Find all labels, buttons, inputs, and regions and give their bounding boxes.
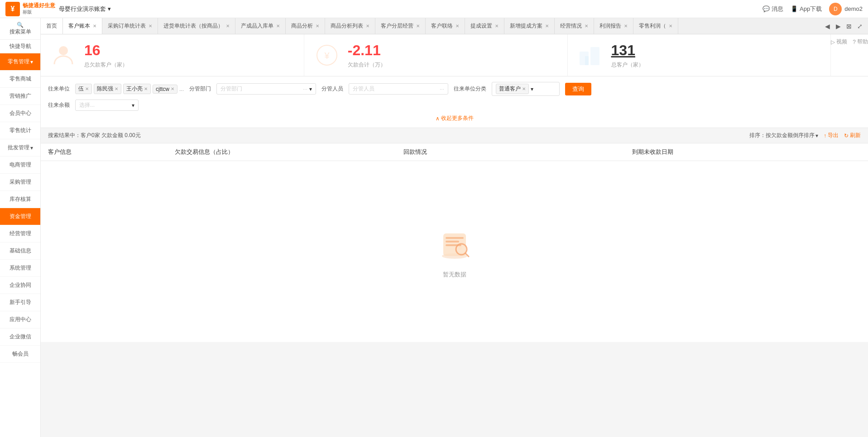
empty-illustration	[434, 224, 475, 265]
sidebar-item-operation[interactable]: 经营管理	[0, 225, 40, 242]
refresh-btn[interactable]: ↻ 刷新	[844, 132, 861, 139]
dept-select[interactable]: 分管部门 ··· ▾	[216, 83, 316, 95]
sidebar-item-new-guide[interactable]: 新手引导	[0, 294, 40, 311]
svg-point-0	[59, 46, 68, 55]
tab-customer-contact[interactable]: 客户联络 ✕	[426, 18, 465, 34]
table-body: 暂无数据	[41, 161, 868, 342]
tab-expand-btn[interactable]: ⊠	[844, 22, 854, 31]
refresh-icon: ↻	[844, 133, 849, 139]
help-btn[interactable]: ? 帮助	[853, 38, 868, 46]
unit-tag-wu: 伍 ✕	[75, 84, 92, 94]
sidebar-item-basic-info[interactable]: 基础信息	[0, 242, 40, 260]
sidebar-item-member-center[interactable]: 会员中心	[0, 105, 40, 122]
sidebar-item-purchase[interactable]: 采购管理	[0, 174, 40, 191]
help-icon: ?	[853, 39, 856, 45]
tab-close-icon[interactable]: ✕	[669, 24, 672, 28]
sort-dropdown-icon: ▾	[815, 133, 818, 139]
sidebar-item-retail-stats[interactable]: 零售统计	[0, 122, 40, 139]
app-download-btn[interactable]: 📱 App下载	[791, 5, 822, 13]
svg-point-13	[458, 246, 462, 250]
sidebar-quick-nav[interactable]: 快捷导航	[0, 40, 40, 53]
user-area[interactable]: D demo2	[829, 3, 863, 15]
sidebar-item-app-center[interactable]: 应用中心	[0, 311, 40, 328]
tab-close-icon[interactable]: ✕	[624, 24, 628, 28]
company-selector[interactable]: 母婴行业演示账套 ▾	[59, 5, 111, 13]
tab-controls: ◀ ▶ ⊠ ⤢	[819, 22, 868, 31]
unit-filter-tags: 伍 ✕ 陈民强 ✕ 王小亮 ✕ cjttcw ✕	[75, 84, 184, 94]
unit-tag-chen-close[interactable]: ✕	[115, 86, 118, 91]
unit-category-label: 往来单位分类	[454, 85, 486, 93]
page-content: 16 总欠款客户（家） ¥ -2.11 欠款合计（万）	[41, 34, 868, 437]
collapse-btn[interactable]: ∧ 收起更多条件	[48, 114, 861, 122]
tab-product-analysis[interactable]: 商品分析 ✕	[286, 18, 325, 34]
unit-category-select[interactable]: 普通客户 ✕ ▾	[492, 82, 560, 96]
tab-retail-profit[interactable]: 零售利润（ ✕	[633, 18, 678, 34]
tab-close-icon[interactable]: ✕	[276, 24, 280, 28]
sidebar-search[interactable]: 🔍 搜索菜单	[0, 18, 40, 40]
tab-close-icon[interactable]: ✕	[93, 24, 96, 28]
tab-close-icon[interactable]: ✕	[585, 24, 588, 28]
tab-close-icon[interactable]: ✕	[495, 24, 499, 28]
tab-customer-tier[interactable]: 客户分层经营 ✕	[375, 18, 426, 34]
sidebar-item-retail-mgmt[interactable]: 零售管理 ▾	[0, 53, 40, 71]
message-btn[interactable]: 💬 消息	[762, 5, 783, 13]
remaining-select[interactable]: 选择... ▾	[75, 100, 139, 111]
tab-next-btn[interactable]: ▶	[834, 22, 843, 31]
tab-close-icon[interactable]: ✕	[545, 24, 549, 28]
stat-label-count: 总客户（家）	[611, 61, 644, 69]
tab-home[interactable]: 首页	[41, 18, 63, 34]
tab-purchase-order-stats[interactable]: 采购订单统计表 ✕	[102, 18, 158, 34]
tab-customer-book[interactable]: 客户账本 ✕	[63, 18, 102, 34]
table-header: 客户信息 欠款交易信息（占比） 回款情况 到期未收款日期	[41, 143, 868, 161]
query-button[interactable]: 查询	[565, 83, 591, 95]
sidebar-item-retail-shop[interactable]: 零售商城	[0, 71, 40, 88]
tab-cost-entry[interactable]: 产成品入库单 ✕	[235, 18, 286, 34]
tab-fullscreen-btn[interactable]: ⤢	[855, 22, 864, 31]
video-btn[interactable]: ▷ 视频	[831, 38, 847, 46]
sidebar-item-system[interactable]: 系统管理	[0, 260, 40, 277]
unit-tag-wu-close[interactable]: ✕	[85, 86, 89, 91]
tab-close-icon[interactable]: ✕	[366, 24, 369, 28]
person-more-icon: ···	[440, 86, 444, 92]
unit-category-tag-close[interactable]: ✕	[522, 86, 526, 91]
tab-close-icon[interactable]: ✕	[316, 24, 319, 28]
sidebar-item-batch-mgmt[interactable]: 批发管理 ▾	[0, 139, 40, 157]
tab-product-analysis-list[interactable]: 商品分析列表 ✕	[325, 18, 375, 34]
unit-category-dropdown-icon: ▾	[531, 86, 533, 92]
sidebar-item-finance[interactable]: 资金管理	[0, 208, 40, 225]
unit-category-tags: 普通客户 ✕	[496, 84, 529, 94]
sidebar-item-enterprise-coop[interactable]: 企业协同	[0, 277, 40, 294]
message-icon: 💬	[762, 5, 770, 12]
person-select[interactable]: 分管人员 ···	[349, 83, 448, 95]
tab-new-raise-plan[interactable]: 新增提成方案 ✕	[504, 18, 555, 34]
filter-row-2: 往来余额 选择... ▾	[48, 100, 861, 111]
sort-select[interactable]: 排序：按欠款金额倒序排序 ▾	[749, 132, 818, 139]
unit-tag-wang: 王小亮 ✕	[123, 84, 151, 94]
sidebar-item-marketing[interactable]: 营销推广	[0, 88, 40, 105]
tab-close-icon[interactable]: ✕	[226, 24, 230, 28]
tab-operation-status[interactable]: 经营情况 ✕	[555, 18, 594, 34]
sidebar-item-enterprise-wechat[interactable]: 企业微信	[0, 328, 40, 346]
tab-close-icon[interactable]: ✕	[149, 24, 152, 28]
stat-icon-count	[577, 42, 604, 69]
filter-row-1: 往来单位 伍 ✕ 陈民强 ✕ 王小亮 ✕	[48, 82, 861, 96]
top-bar-left: ¥ 畅捷通好生意 标版 母婴行业演示账套 ▾	[5, 2, 111, 16]
tab-close-icon[interactable]: ✕	[456, 24, 459, 28]
sidebar-item-inventory[interactable]: 库存核算	[0, 191, 40, 208]
tab-purchase-stats-by-product[interactable]: 进货单统计表（按商品） ✕	[158, 18, 235, 34]
tab-raise-settings[interactable]: 提成设置 ✕	[465, 18, 504, 34]
unit-filter-label: 往来单位	[48, 85, 70, 93]
dept-dropdown-icon: ▾	[309, 86, 312, 92]
tab-profit-report[interactable]: 利润报告 ✕	[594, 18, 633, 34]
logo-text: 畅捷通好生意 标版	[23, 2, 55, 15]
unit-tag-wang-close[interactable]: ✕	[144, 86, 148, 91]
sidebar-item-ecommerce[interactable]: 电商管理	[0, 157, 40, 174]
sidebar-item-vip-member[interactable]: 畅会员	[0, 346, 40, 363]
unit-tag-cjttcw-close[interactable]: ✕	[171, 86, 174, 91]
tab-prev-btn[interactable]: ◀	[823, 22, 832, 31]
svg-rect-4	[590, 47, 599, 65]
export-btn[interactable]: ↑ 导出	[824, 132, 839, 139]
result-info: 搜索结果中：客户0家 欠款金额 0.00元	[48, 132, 141, 139]
tab-close-icon[interactable]: ✕	[416, 24, 420, 28]
filter-more-btn[interactable]: ...	[179, 86, 184, 92]
